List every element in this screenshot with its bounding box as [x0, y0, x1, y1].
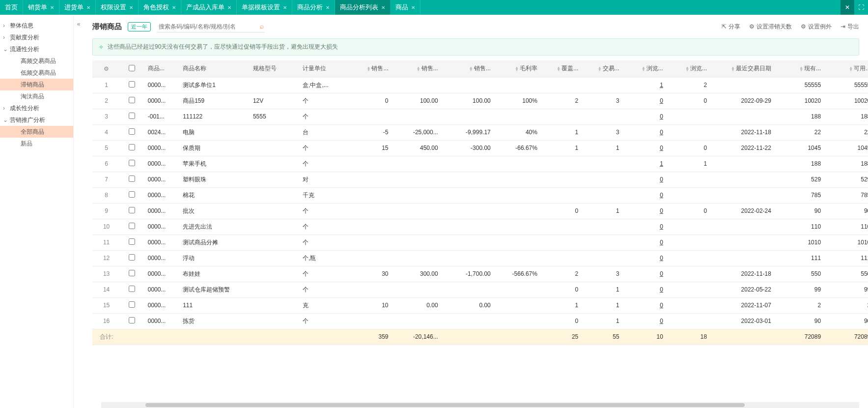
views-link[interactable]: 0 [660, 302, 663, 309]
views-link[interactable]: 0 [660, 129, 663, 136]
row-checkbox[interactable] [129, 223, 135, 229]
close-icon[interactable]: ✕ [227, 5, 231, 10]
close-icon[interactable]: ✕ [283, 5, 287, 10]
sort-icon[interactable]: ▲▼ [685, 66, 689, 71]
sidebar-group[interactable]: ⌄流通性分析 [0, 43, 73, 55]
sort-icon[interactable]: ▲▼ [469, 66, 473, 71]
col-sp[interactable]: ▲▼销售... [442, 60, 495, 77]
tab-首页[interactable]: 首页 [0, 0, 23, 15]
select-all-checkbox[interactable] [129, 65, 135, 71]
col-chk[interactable] [120, 60, 144, 77]
col-v2[interactable]: ▲▼浏览... [667, 60, 711, 77]
table-row[interactable]: 40024...电脑台-5-25,000...-9,999.1740%13020… [92, 124, 868, 140]
row-checkbox[interactable] [129, 207, 135, 213]
sidebar-group[interactable]: ›成长性分析 [0, 102, 73, 114]
table-row[interactable]: 50000...保质期个15450.00-300.00-66.67%110020… [92, 140, 868, 156]
tab-单据模板设置[interactable]: 单据模板设置✕ [237, 0, 292, 15]
row-checkbox[interactable] [129, 113, 135, 119]
sidebar-item[interactable]: 低频交易商品 [0, 67, 73, 79]
views-link[interactable]: 0 [660, 318, 663, 324]
views-link[interactable]: 0 [660, 192, 663, 199]
col-sa[interactable]: ▲▼销售... [392, 60, 442, 77]
set-days-button[interactable]: ⚙设置滞销天数 [749, 23, 792, 31]
sidebar-group[interactable]: ⌄营销推广分析 [0, 114, 73, 126]
tab-商品[interactable]: 商品✕ [391, 0, 420, 15]
col-spec[interactable]: 规格型号 [249, 60, 299, 77]
row-checkbox[interactable] [129, 81, 135, 87]
table-row[interactable]: 140000...测试仓库超储预警个0102022-05-2299995, [92, 282, 868, 297]
tab-权限设置[interactable]: 权限设置✕ [96, 0, 139, 15]
views-link[interactable]: 0 [660, 113, 663, 120]
row-checkbox[interactable] [129, 144, 135, 150]
views-link[interactable]: 0 [660, 207, 663, 214]
search-icon[interactable]: ⌕ [260, 22, 264, 30]
table-row[interactable]: 120000...浮动个,瓶011111110, [92, 250, 868, 266]
col-stk[interactable]: ▲▼现有... [775, 60, 825, 77]
table-row[interactable]: 80000...棉花千克078578517, [92, 187, 868, 203]
col-code[interactable]: 商品... [144, 60, 179, 77]
views-link[interactable]: 0 [660, 286, 663, 293]
sidebar-item[interactable]: 高频交易商品 [0, 55, 73, 67]
export-button[interactable]: ⇥导出 [840, 23, 859, 31]
share-button[interactable]: ⇱分享 [722, 23, 740, 31]
scrollbar-thumb[interactable] [145, 403, 745, 407]
sidebar-collapse-icon[interactable]: « [74, 15, 84, 408]
col-name[interactable]: 商品名称 [179, 60, 249, 77]
col-unit[interactable]: 计量单位 [299, 60, 345, 77]
row-checkbox[interactable] [129, 238, 135, 245]
close-icon[interactable]: ✕ [411, 5, 415, 10]
tab-销货单[interactable]: 销货单✕ [23, 0, 59, 15]
views-link[interactable]: 0 [660, 270, 663, 277]
table-row[interactable]: 20000...商品15912V个0100.00100.00100%230020… [92, 93, 868, 109]
table-row[interactable]: 60000...苹果手机个1118818838, [92, 156, 868, 172]
row-checkbox[interactable] [129, 160, 135, 166]
fullscreen-icon[interactable]: ⛶ [854, 0, 868, 15]
table-row[interactable]: 130000...布娃娃个30300.00-1,700.00-566.67%23… [92, 266, 868, 282]
tab-进货单[interactable]: 进货单✕ [59, 0, 96, 15]
row-checkbox[interactable] [129, 97, 135, 103]
row-checkbox[interactable] [129, 175, 135, 182]
sidebar-item[interactable]: 新品 [0, 138, 73, 149]
sidebar-item[interactable]: 淘汰商品 [0, 90, 73, 102]
close-icon[interactable]: ✕ [50, 5, 54, 10]
col-sq[interactable]: ▲▼销售... [345, 60, 392, 77]
row-checkbox[interactable] [129, 254, 135, 261]
table-row[interactable]: 70000...塑料眼珠对052952922, [92, 172, 868, 187]
views-link[interactable]: 0 [660, 223, 663, 230]
sort-icon[interactable]: ▲▼ [799, 66, 803, 71]
row-checkbox[interactable] [129, 301, 135, 308]
table-row[interactable]: 110000...测试商品分摊个01010101010, [92, 234, 868, 250]
sort-icon[interactable]: ▲▼ [515, 66, 519, 71]
table-row[interactable]: 10000...测试多单位1盒,中盒,...1255555555552,7 [92, 77, 868, 93]
sort-icon[interactable]: ▲▼ [417, 66, 420, 71]
close-icon[interactable]: ✕ [129, 5, 133, 10]
row-checkbox[interactable] [129, 270, 135, 276]
sort-icon[interactable]: ▲▼ [598, 66, 602, 71]
views-link[interactable]: 1 [660, 160, 663, 167]
sidebar-group[interactable]: ›整体信息 [0, 20, 73, 31]
views-link[interactable]: 0 [660, 255, 663, 262]
col-idx[interactable]: ⚙ [92, 60, 120, 77]
col-gp[interactable]: ▲▼毛利率 [495, 60, 541, 77]
tab-商品分析列表[interactable]: 商品分析列表✕ [335, 0, 391, 15]
views-link[interactable]: 0 [660, 239, 663, 246]
col-cov[interactable]: ▲▼覆盖... [541, 60, 582, 77]
table-row[interactable]: 90000...批次个01002022-02-24909013, [92, 203, 868, 219]
row-checkbox[interactable] [129, 191, 135, 198]
close-icon[interactable]: ✕ [172, 5, 176, 10]
close-icon[interactable]: ✕ [381, 5, 385, 10]
close-icon[interactable]: ✕ [326, 5, 330, 10]
views-link[interactable]: 0 [660, 145, 663, 151]
views-link[interactable]: 0 [660, 97, 663, 104]
row-checkbox[interactable] [129, 286, 135, 292]
search-input[interactable] [157, 21, 265, 32]
close-icon[interactable]: ✕ [86, 5, 90, 10]
views-link[interactable]: 0 [660, 176, 663, 183]
sidebar-group[interactable]: ›贡献度分析 [0, 31, 73, 43]
col-v1[interactable]: ▲▼浏览... [623, 60, 667, 77]
table-row[interactable]: 100000...先进先出法个011011012, [92, 219, 868, 234]
row-checkbox[interactable] [129, 128, 135, 135]
tab-角色授权[interactable]: 角色授权✕ [139, 0, 181, 15]
sort-icon[interactable]: ▲▼ [731, 66, 735, 71]
close-icon[interactable]: ✕ [840, 0, 854, 15]
